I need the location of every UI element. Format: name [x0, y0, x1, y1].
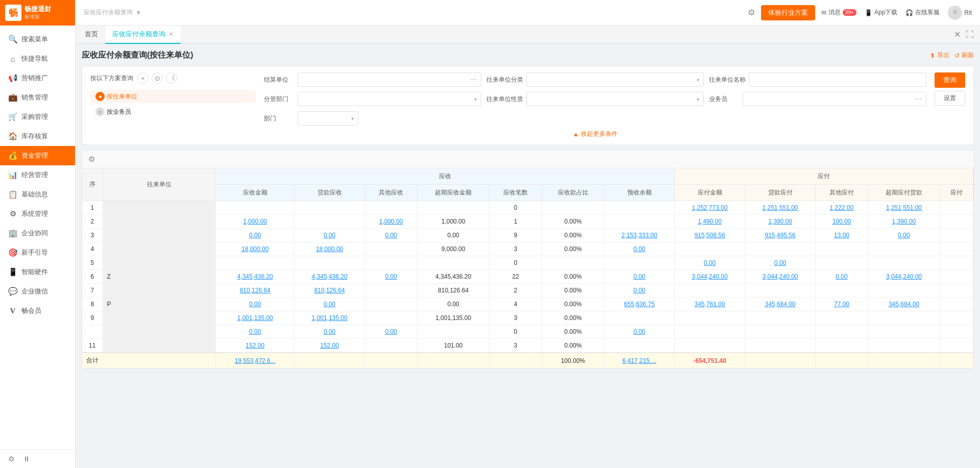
sidebar-item-enterprise[interactable]: 🏢 企业协同: [0, 224, 75, 243]
filter-settings-button[interactable]: ⊙: [152, 72, 163, 84]
th-group-payable: 应付: [675, 168, 973, 185]
footer-other-payable: [815, 353, 868, 368]
dept-arrow-icon[interactable]: ▾: [351, 116, 354, 121]
export-icon: ⬆: [930, 52, 935, 59]
header-settings-icon[interactable]: ⚙: [748, 8, 755, 17]
th-overdue-payable: 超期应付货款: [868, 185, 940, 201]
sidebar-item-label: 快捷导航: [21, 54, 48, 63]
partner-nature-arrow-icon[interactable]: ▾: [697, 96, 699, 102]
capital-icon: 💰: [8, 151, 17, 160]
filter-field-division-dept: 分管部门 ▾: [264, 92, 481, 106]
footer-receivable-amount[interactable]: 19,553,472.6...: [216, 353, 295, 368]
window-expand-icon[interactable]: ⛶: [966, 30, 974, 39]
option-by-partner[interactable]: ★ 按往来单位: [90, 90, 256, 103]
data-table-wrapper: ⚙ 序 往来单位 应收 应付 应收金额 贷款应收 其他应收: [82, 150, 974, 369]
th-other-payable: 其他应付: [815, 185, 868, 201]
username: Rit: [964, 9, 972, 16]
footer-prepaid-balance[interactable]: 6,417,215....: [604, 353, 675, 368]
customer-service-button[interactable]: 🎧 在线客服: [905, 8, 940, 17]
dept-label: 部门: [264, 114, 295, 123]
filter-by-label: 按以下方案查询: [90, 74, 133, 83]
sidebar-item-member[interactable]: V 畅会员: [0, 301, 75, 321]
sidebar-collapse-icon[interactable]: ⏸: [23, 455, 30, 463]
sidebar-item-label: 基础信息: [21, 190, 48, 199]
add-filter-button[interactable]: +: [137, 72, 149, 84]
sidebar-item-capital[interactable]: 💰 资金管理: [0, 146, 75, 165]
sidebar: 畅 畅捷通财 标准版 🔍 搜索菜单 ⌂ 快捷导航 📢 营销推广 💼 销售管理 🛒…: [0, 0, 76, 468]
sidebar-item-marketing[interactable]: 📢 营销推广: [0, 68, 75, 88]
sidebar-item-purchase[interactable]: 🛒 采购管理: [0, 107, 75, 127]
filter-collapse-button[interactable]: ▲ 收起更多条件: [264, 130, 926, 138]
by-salesman-icon: ⊙: [95, 107, 105, 116]
sidebar-item-smart-hw[interactable]: 📱 智能硬件: [0, 262, 75, 282]
dept-input[interactable]: ▾: [298, 111, 358, 126]
partner-category-input[interactable]: ▾: [526, 72, 704, 87]
messages-button[interactable]: ✉ 消息 99+: [821, 8, 856, 17]
marketing-icon: 📢: [8, 73, 17, 83]
division-dept-input[interactable]: ▾: [298, 92, 481, 106]
sidebar-item-label: 新手引导: [21, 248, 48, 257]
sidebar-item-label: 系统管理: [21, 209, 48, 218]
table-header-settings: ⚙: [82, 151, 973, 168]
member-icon: V: [8, 307, 17, 315]
messages-badge: 99+: [843, 9, 856, 16]
collapse-up-icon: ▲: [573, 131, 579, 138]
window-close-icon[interactable]: ✕: [954, 30, 961, 39]
sidebar-item-quick-nav[interactable]: ⌂ 快捷导航: [0, 49, 75, 68]
table-row: 11152.00152.00101.0030.00%: [82, 339, 973, 353]
by-partner-label: 按往来单位: [107, 92, 137, 101]
partner-nature-input[interactable]: ▾: [526, 92, 704, 106]
table-settings-icon[interactable]: ⚙: [88, 155, 95, 164]
tab-home[interactable]: 首页: [78, 26, 105, 44]
refresh-label: 刷新: [962, 51, 974, 60]
page-content: 应收应付余额查询(按往来单位) ⬆ 导出 ↺ 刷新 按以下方案查询: [76, 44, 980, 468]
option-by-salesman[interactable]: ⊙ 按业务员: [90, 105, 256, 118]
user-profile[interactable]: R Rit: [948, 6, 972, 20]
division-dept-label: 分管部门: [264, 95, 295, 104]
settlement-input[interactable]: ···: [298, 72, 481, 87]
filter-collapse-button[interactable]: 《: [166, 72, 177, 84]
salesman-dots-icon[interactable]: ···: [915, 94, 922, 104]
filter-field-settlement: 结算单位 ···: [264, 72, 481, 87]
action-buttons: 查询 设置: [935, 72, 965, 106]
partner-category-label: 往来单位分类: [486, 76, 523, 84]
filter-field-dept: 部门 ▾: [264, 111, 358, 126]
th-partner: 往来单位: [103, 168, 216, 201]
app-download-button[interactable]: 📱 App下载: [865, 8, 897, 17]
salesman-input[interactable]: ···: [743, 92, 926, 106]
tab-balance-query[interactable]: 应收应付余额查询 ✕: [105, 26, 181, 44]
partner-name-label: 往来单位名称: [709, 76, 746, 84]
sidebar-item-inventory[interactable]: 🏠 库存核算: [0, 127, 75, 146]
export-button[interactable]: ⬆ 导出: [930, 51, 949, 60]
th-receivable-amount: 应收金额: [216, 185, 295, 201]
sidebar-item-label: 搜索菜单: [21, 35, 48, 44]
logo-text: 畅捷通财 标准版: [24, 5, 51, 20]
division-dept-arrow-icon[interactable]: ▾: [474, 96, 477, 102]
partner-name-input[interactable]: [749, 72, 926, 87]
partner-category-arrow-icon[interactable]: ▾: [697, 77, 699, 83]
sidebar-item-operations[interactable]: 📊 经营管理: [0, 165, 75, 185]
sidebar-item-system[interactable]: ⚙ 系统管理: [0, 204, 75, 224]
sidebar-settings-icon[interactable]: ⚙: [8, 455, 15, 463]
refresh-button[interactable]: ↺ 刷新: [954, 51, 974, 60]
header-cta-button[interactable]: 体验行业方案: [761, 5, 815, 20]
system-icon: ⚙: [8, 209, 17, 218]
partner-nature-label: 往来单位性质: [486, 95, 523, 104]
avatar: R: [948, 6, 962, 20]
collapse-label: 收起更多条件: [581, 130, 618, 138]
tab-close-icon[interactable]: ✕: [168, 31, 174, 38]
main-wrapper: 首页 应收应付余额查询 ✕ ✕ ⛶ 应收应付余额查询(按往来单位) ⬆ 导出 ↺…: [76, 26, 980, 468]
query-button[interactable]: 查询: [935, 72, 965, 88]
sidebar-item-basic-info[interactable]: 📋 基础信息: [0, 185, 75, 204]
sidebar-item-sales[interactable]: 💼 销售管理: [0, 88, 75, 107]
sidebar-item-search-menu[interactable]: 🔍 搜索菜单: [0, 30, 75, 49]
sidebar-item-guide[interactable]: 🎯 新手引导: [0, 243, 75, 262]
filter-rows: 结算单位 ··· 往来单位分类 ▾: [264, 72, 926, 126]
table-scroll[interactable]: 序 往来单位 应收 应付 应收金额 贷款应收 其他应收 超期应收金额 应收笔数 …: [82, 168, 973, 368]
settings-button[interactable]: 设置: [935, 91, 965, 106]
sidebar-item-label: 采购管理: [21, 112, 48, 121]
smart-hw-icon: 📱: [8, 267, 17, 277]
filter-row-3: 部门 ▾: [264, 111, 926, 126]
settlement-dots-icon[interactable]: ···: [470, 75, 477, 84]
sidebar-item-wechat[interactable]: 💬 企业微信: [0, 282, 75, 301]
